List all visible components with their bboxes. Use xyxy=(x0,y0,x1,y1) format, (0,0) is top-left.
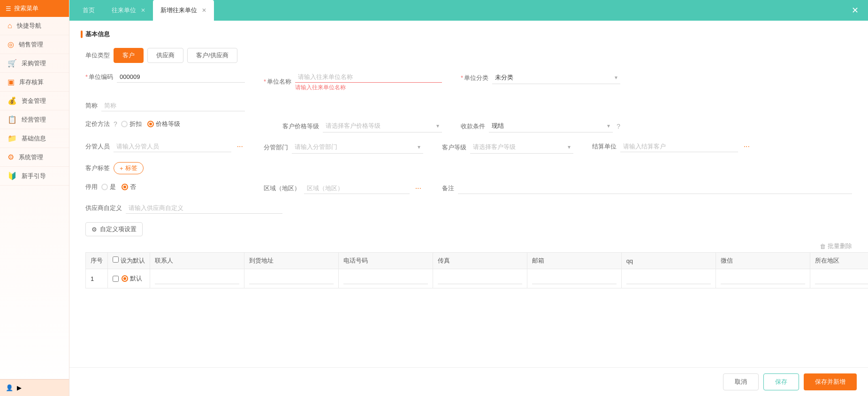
arrow-icon: ▶ xyxy=(17,384,22,391)
guide-icon: 🔰 xyxy=(8,171,17,180)
settlement-input[interactable] xyxy=(620,141,738,152)
note-label: 备注 xyxy=(442,184,454,193)
sidebar-item-label: 经营管理 xyxy=(22,116,46,124)
manager-label: 分管人员 xyxy=(85,142,110,151)
form-section: 单位类型 客户 供应商 客户/供应商 *单位编码 *单位名称 xyxy=(81,48,857,288)
cell-phone xyxy=(338,269,433,288)
type-btn-both[interactable]: 客户/供应商 xyxy=(187,48,237,63)
manager-more-icon[interactable]: ··· xyxy=(235,142,245,151)
dept-field: 分管部门 请输入分管部门 ▾ xyxy=(264,141,423,154)
cell-email xyxy=(527,269,621,288)
window-close-button[interactable]: ✕ xyxy=(846,5,864,16)
radio-price-level[interactable]: 价格等级 xyxy=(147,120,180,128)
sidebar-item-purchase[interactable]: 🛒 采购管理 xyxy=(0,54,69,73)
payment-terms-select[interactable]: 现结 ▾ xyxy=(489,120,613,132)
tab-new-partner-label: 新增往来单位 xyxy=(160,6,197,15)
tab-new-partner-close[interactable]: ✕ xyxy=(202,7,206,14)
radio-discount[interactable]: 折扣 xyxy=(121,120,142,128)
col-region: 所在地区 xyxy=(810,253,868,269)
customer-price-level-placeholder: 请选择客户价格等级 xyxy=(326,122,381,130)
tag-add-button[interactable]: + 标签 xyxy=(114,162,144,174)
chevron-down-icon-2: ▾ xyxy=(436,123,439,129)
gear-icon: ⚙ xyxy=(91,226,97,233)
abbr-field: 简称 xyxy=(85,100,245,111)
unit-code-input[interactable] xyxy=(117,71,245,83)
cell-fax xyxy=(433,269,527,288)
unit-type-label: 单位类型 xyxy=(85,51,110,60)
sidebar-item-base[interactable]: 📁 基础信息 xyxy=(0,129,69,148)
unit-name-input[interactable] xyxy=(295,71,442,83)
select-all-checkbox[interactable] xyxy=(113,256,119,263)
custom-settings-button[interactable]: ⚙ 自定义项设置 xyxy=(85,222,143,236)
dept-label: 分管部门 xyxy=(264,143,288,152)
region-label: 区域（地区） xyxy=(264,184,300,193)
type-btn-customer[interactable]: 客户 xyxy=(114,48,144,63)
disable-region-row: 停用 是 否 区域（地区） ··· xyxy=(85,183,852,194)
inventory-icon: ▣ xyxy=(8,78,15,86)
supplier-custom-label: 供应商自定义 xyxy=(85,204,122,212)
cancel-button[interactable]: 取消 xyxy=(723,373,759,390)
settlement-more-icon[interactable]: ··· xyxy=(742,142,752,151)
email-input[interactable] xyxy=(532,273,617,284)
row-default-radio[interactable]: 默认 xyxy=(122,274,142,283)
sidebar-search[interactable]: ☰ 搜索菜单 xyxy=(0,0,69,17)
help-icon-payment[interactable]: ? xyxy=(617,123,620,130)
sidebar-item-inventory[interactable]: ▣ 库存核算 xyxy=(0,73,69,92)
operations-icon: 📋 xyxy=(8,115,17,124)
type-btn-supplier[interactable]: 供应商 xyxy=(147,48,183,63)
sidebar-item-label: 基础信息 xyxy=(22,134,46,143)
tab-new-partner[interactable]: 新增往来单位 ✕ xyxy=(153,0,214,21)
sidebar-item-operations[interactable]: 📋 经营管理 xyxy=(0,110,69,129)
dept-select[interactable]: 请输入分管部门 ▾ xyxy=(292,141,423,154)
note-input[interactable] xyxy=(458,183,852,194)
help-icon-pricing[interactable]: ? xyxy=(114,120,117,128)
supplier-custom-field: 供应商自定义 xyxy=(85,202,282,214)
manager-input[interactable] xyxy=(114,141,231,152)
region-input[interactable] xyxy=(304,183,410,194)
wechat-input[interactable] xyxy=(721,273,805,284)
radio-circle-no xyxy=(122,184,128,190)
section-title-text: 基本信息 xyxy=(85,30,110,39)
batch-delete-label[interactable]: 批量删除 xyxy=(828,242,852,250)
region-more-icon[interactable]: ··· xyxy=(413,184,423,193)
sidebar: ☰ 搜索菜单 ⌂ 快捷导航 ◎ 销售管理 🛒 采购管理 ▣ 库存核算 💰 资金管… xyxy=(0,0,69,396)
chevron-down-icon-3: ▾ xyxy=(607,123,610,129)
contact-input[interactable] xyxy=(155,273,239,284)
customer-level-select[interactable]: 请选择客户等级 ▾ xyxy=(470,141,573,154)
customer-price-level-select[interactable]: 请选择客户价格等级 ▾ xyxy=(323,120,442,132)
batch-delete-area: 🗑 批量删除 xyxy=(85,242,852,250)
sidebar-item-quick-nav[interactable]: ⌂ 快捷导航 xyxy=(0,17,69,35)
abbr-input[interactable] xyxy=(101,100,245,111)
unit-type-field: 单位类型 客户 供应商 客户/供应商 xyxy=(85,48,852,63)
sidebar-item-guide[interactable]: 🔰 新手引导 xyxy=(0,167,69,186)
address-input[interactable] xyxy=(249,273,334,284)
sidebar-item-system[interactable]: ⚙ 系统管理 xyxy=(0,148,69,167)
row-checkbox[interactable] xyxy=(113,276,119,282)
phone-input[interactable] xyxy=(343,273,428,284)
col-seq: 序号 xyxy=(86,253,108,269)
sidebar-bottom[interactable]: 👤 ▶ xyxy=(0,379,69,396)
supplier-custom-input[interactable] xyxy=(126,202,282,214)
tab-partners[interactable]: 往来单位 ✕ xyxy=(104,0,153,21)
qq-input[interactable] xyxy=(626,273,711,284)
unit-name-label: *单位名称 xyxy=(264,78,291,86)
customer-price-level-label: 客户价格等级 xyxy=(282,122,319,131)
table-body: 1 默认 xyxy=(86,269,868,288)
search-icon: ☰ xyxy=(6,5,11,12)
fax-input[interactable] xyxy=(438,273,522,284)
pricing-method-field: 定价方法 ? 折扣 价格等级 xyxy=(85,120,264,128)
unit-code-field: *单位编码 xyxy=(85,71,245,83)
sidebar-item-finance[interactable]: 💰 资金管理 xyxy=(0,92,69,110)
cell-default: 默认 xyxy=(108,269,150,288)
radio-yes[interactable]: 是 xyxy=(101,183,116,191)
tab-home[interactable]: 首页 xyxy=(73,0,104,21)
col-fax: 传真 xyxy=(433,253,527,269)
tab-partners-close[interactable]: ✕ xyxy=(141,7,145,14)
save-new-button[interactable]: 保存并新增 xyxy=(804,373,857,390)
customer-tag-label: 客户标签 xyxy=(85,164,110,172)
radio-no[interactable]: 否 xyxy=(122,183,136,191)
save-button[interactable]: 保存 xyxy=(763,373,799,390)
unit-category-select[interactable]: 未分类 ▾ xyxy=(492,71,620,84)
sidebar-item-sales[interactable]: ◎ 销售管理 xyxy=(0,35,69,54)
row-region-input[interactable] xyxy=(815,273,868,284)
